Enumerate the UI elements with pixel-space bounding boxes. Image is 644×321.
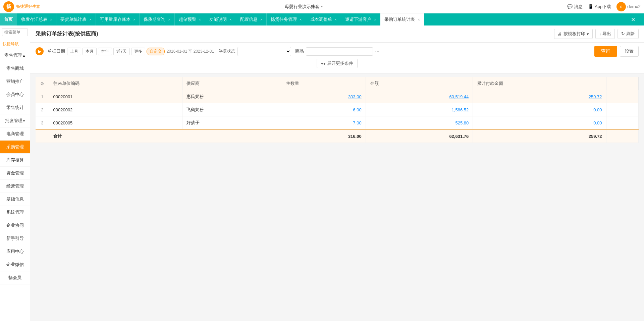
tab-shoufashou-close[interactable]: × (50, 17, 52, 21)
status-label: 单据状态 (218, 48, 235, 54)
tab-peizhi-close[interactable]: × (260, 17, 262, 21)
col-qty: 主数量 (282, 77, 366, 90)
app-download-button[interactable]: 📱 App下载 (588, 4, 611, 10)
tab-baoshanqi[interactable]: 保质期查询 × (140, 13, 174, 25)
row-paid[interactable]: 0.00 (473, 103, 606, 116)
tab-chengben[interactable]: 成本调整单 × (306, 13, 341, 25)
logo-abbr: 畅 (6, 4, 11, 10)
data-table: ⚙ 往来单位编码 供应商 主数量 金额 累计付款金额 1 00020001 (36, 77, 639, 143)
tab-gongneng-close[interactable]: × (229, 17, 231, 21)
sidebar-item-newguide[interactable]: 新手引导 (0, 232, 30, 245)
tab-chaochuyujing[interactable]: 超储预警 × (175, 13, 205, 25)
tab-yaoqing-close[interactable]: × (374, 17, 376, 21)
table-row: 2 00020002 飞鹤奶粉 6.00 1,586.52 0.00 (36, 103, 639, 116)
tab-peizhi[interactable]: 配置信息 × (236, 13, 267, 25)
sidebar-item-retail-mgmt[interactable]: 零售管理 ▲ (0, 49, 30, 62)
tab-baoshanqi-close[interactable]: × (168, 17, 170, 21)
tab-shoufashou[interactable]: 收发存汇总表 × (17, 13, 56, 25)
tab-yaohuo-close[interactable]: × (89, 17, 91, 21)
row-extra (606, 90, 638, 103)
status-select[interactable] (237, 47, 291, 56)
row-supplier: 飞鹤奶粉 (182, 103, 282, 116)
tab-keyongliang[interactable]: 可用量库存账本 × (96, 13, 140, 25)
tab-keyongliang-close[interactable]: × (133, 17, 135, 21)
col-settings-icon[interactable]: ⚙ (40, 81, 44, 86)
tab-yaohuo[interactable]: 要货单统计表 × (56, 13, 96, 25)
table-footer: 合计 316.00 62,631.76 259.72 (36, 129, 639, 143)
filter-toggle[interactable]: ▶ (36, 47, 44, 55)
quick-nav-label[interactable]: 快捷导航 (0, 39, 30, 49)
sidebar-item-enterprise[interactable]: 企业协同 (0, 219, 30, 232)
print-icon: 🖨 (558, 32, 562, 37)
tab-tuohuo-label: 拣货任务管理 (271, 16, 297, 22)
date-shortcuts: 上月 本月 本年 近7天 更多 自定义 (67, 48, 165, 55)
inventory-label: 库存核算 (6, 157, 24, 162)
table-body: 1 00020001 惠氏奶粉 303.00 60,519.44 259.72 … (36, 90, 639, 130)
shortcut-7days[interactable]: 近7天 (113, 48, 130, 55)
date-filter: 单据日期 上月 本月 本年 近7天 更多 自定义 2016-01-01 至 20… (48, 48, 214, 55)
shortcut-custom[interactable]: 自定义 (147, 48, 165, 55)
col-code: 往来单位编码 (49, 77, 182, 90)
tab-tuohuo[interactable]: 拣货任务管理 × (267, 13, 306, 25)
system-label: 系统管理 (6, 210, 24, 215)
sidebar-item-marketing[interactable]: 营销推广 (0, 75, 30, 88)
row-qty[interactable]: 7.00 (282, 116, 366, 130)
tab-maximize[interactable]: □ (638, 16, 641, 22)
sidebar-item-member[interactable]: 会员中心 (0, 88, 30, 101)
custom-label: 自定义 (150, 49, 162, 54)
tab-caigou-close[interactable]: × (418, 17, 420, 21)
sidebar-item-vip[interactable]: 畅会员 (0, 271, 30, 284)
row-amount[interactable]: 60,519.44 (366, 90, 473, 103)
tab-yaoqing[interactable]: 邀请下游客户 × (341, 13, 380, 25)
expand-more-button[interactable]: ▾▾ 展开更多条件 (317, 59, 358, 68)
sidebar-item-purchase[interactable]: 采购管理 (0, 141, 30, 154)
sidebar-item-wholesale[interactable]: 批发管理 ▾ (0, 114, 30, 127)
goods-more-icon[interactable]: ··· (375, 48, 379, 54)
sidebar-item-basic[interactable]: 基础信息 (0, 193, 30, 206)
tab-chaochuyujing-close[interactable]: × (199, 17, 201, 21)
export-button[interactable]: ↓ 导出 (595, 29, 615, 39)
workspace-arrow: ▾ (321, 5, 323, 8)
sidebar-item-operation[interactable]: 经营管理 (0, 180, 30, 193)
search-input[interactable] (2, 28, 28, 36)
tab-tuohuo-close[interactable]: × (300, 17, 302, 21)
tab-home[interactable]: 首页 (0, 13, 17, 25)
finance-label: 资金管理 (6, 170, 24, 175)
sidebar-item-finance[interactable]: 资金管理 (0, 167, 30, 180)
sidebar-item-retail-store[interactable]: 零售商城 (0, 62, 30, 75)
row-amount[interactable]: 525.80 (366, 116, 473, 130)
sidebar-item-appcenter[interactable]: 应用中心 (0, 245, 30, 258)
expand-more-row: ▾▾ 展开更多条件 (36, 57, 639, 70)
tab-chengben-close[interactable]: × (335, 17, 337, 21)
row-paid[interactable]: 259.72 (473, 90, 606, 103)
workspace-selector[interactable]: 母婴行业演示账套 ▾ (285, 4, 323, 10)
sidebar-item-ecommerce[interactable]: 电商管理 (0, 127, 30, 141)
query-button[interactable]: 查询 (594, 46, 617, 57)
tab-caigou[interactable]: 采购订单统计表 × (380, 13, 424, 25)
goods-input[interactable] (306, 47, 373, 56)
sidebar-item-inventory[interactable]: 库存核算 (0, 154, 30, 167)
row-paid[interactable]: 0.00 (473, 116, 606, 130)
shortcut-this-year[interactable]: 本年 (98, 48, 112, 55)
sidebar-item-retail-stat[interactable]: 零售统计 (0, 101, 30, 114)
shortcut-last-month[interactable]: 上月 (67, 48, 81, 55)
message-button[interactable]: 💬 消息 (567, 4, 583, 10)
shortcut-this-month[interactable]: 本月 (83, 48, 97, 55)
row-qty[interactable]: 6.00 (282, 103, 366, 116)
logo-text: 畅捷通好生意 (16, 4, 40, 9)
sidebar-item-corpwechat[interactable]: 企业微信 (0, 258, 30, 271)
user-area[interactable]: d demo2 (616, 2, 641, 11)
tab-close-all[interactable]: ✕ (631, 16, 635, 23)
print-button[interactable]: 🖨 按模板打印 ▾ (554, 29, 593, 39)
row-amount[interactable]: 1,586.52 (366, 103, 473, 116)
tab-gongneng[interactable]: 功能说明 × (205, 13, 236, 25)
sidebar-item-system[interactable]: 系统管理 (0, 206, 30, 219)
col-supplier: 供应商 (182, 77, 282, 90)
settings-button[interactable]: 设置 (620, 46, 639, 57)
row-code: 00020005 (49, 116, 182, 130)
col-paid: 累计付款金额 (473, 77, 606, 90)
row-qty[interactable]: 303.00 (282, 90, 366, 103)
refresh-button[interactable]: ↻ 刷新 (618, 29, 639, 39)
shortcut-more[interactable]: 更多 (131, 48, 145, 55)
refresh-label: 刷新 (626, 31, 635, 36)
